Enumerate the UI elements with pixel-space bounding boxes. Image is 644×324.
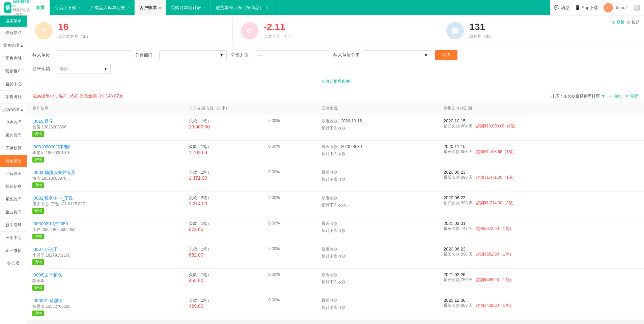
user-avatar[interactable]: d demo2 [604,3,628,12]
sidebar-item-finance-mgmt[interactable]: 资金管理 [0,155,27,168]
debt-count-2: 欠款（1笔） [189,170,258,175]
overdue-link-3[interactable]: 超期¥1,214.00（3笔） [476,201,516,205]
video-btn[interactable]: ⊙ 视频 [612,20,624,25]
customer-name-2[interactable]: [0003]畅捷服务尹海燕 [32,170,178,176]
search-button[interactable]: 查询 [435,50,457,60]
stat-icon-diamond: ◇ [241,22,258,39]
customer-tag-1: 现销 [32,157,44,163]
customer-name-0[interactable]: [0016]吕俊 [32,118,178,124]
overdue-days-5: 最长欠款 998 天 超期¥652.00（1笔） [444,252,639,257]
sidebar-item-retail-mgmt[interactable]: 零售管理 ▲ [0,39,27,52]
overdue-link-5[interactable]: 超期¥652.00（1笔） [476,252,513,257]
sort-btn[interactable]: 排序：按欠款金额倒序排序 ▼ [551,93,605,99]
debt-amount-3[interactable]: 1,214.00 [189,201,258,206]
customer-name-7[interactable]: [000001]黄思源 [32,298,178,304]
debt-amount-5[interactable]: 652.00 [189,252,258,258]
nav-tab-home[interactable]: 首页 [31,0,50,16]
sidebar-item-retail-mall[interactable]: 零售商城 [0,52,27,65]
debt-count-0: 欠款（1笔） [189,118,258,124]
overdue-link-1[interactable]: 超期¥1,703.68（1笔） [476,149,516,154]
sidebar-item-enterprise-collab[interactable]: 企业协同 [0,206,27,219]
debt-amount-4[interactable]: 672.00 [189,227,258,232]
message-btn[interactable]: 💬 消息 [554,5,569,11]
overdue-link-6[interactable]: 超期¥455.90（1笔） [476,277,513,282]
manager-input[interactable]: ··· [255,50,329,60]
close-tab-inventory-stats-icon[interactable]: × [266,6,268,10]
sidebar-item-batch-mgmt[interactable]: 批发管理 ▲ [0,104,27,116]
stat-card-debt-customers: ¥ 16 总欠款客户（家） [27,16,233,46]
sidebar-item-quick-nav[interactable]: 快捷导航 [0,27,27,39]
sidebar-item-member-center[interactable]: 会员中心 [0,78,27,91]
close-tab-purchase-order-icon[interactable]: × [203,6,205,10]
overdue-link-4[interactable]: 超期¥672.00（1笔） [476,226,513,231]
customer-phone-5: 小进干 18279152100 [32,253,178,258]
unit-category-select[interactable]: ▼ [364,50,431,60]
nav-tab-purchase-order[interactable]: 采购订单统计表× [166,0,211,16]
export-btn[interactable]: ⊙ 导出 [609,93,622,99]
customer-tag-6: 现销 [32,285,44,291]
cell-due-date-4: 2021.03.01 最长欠款 747 天 超期¥672.00（1笔） [438,217,644,243]
avatar-img: d [604,3,613,12]
sidebar-search[interactable]: 搜索菜单 [0,16,27,27]
customer-name-6[interactable]: [0006]去下粮仓 [32,272,178,278]
sidebar-item-retail-stats[interactable]: 零售统计 [0,91,27,104]
overdue-days-4: 最长欠款 747 天 超期¥672.00（1笔） [444,226,639,232]
close-tab-product-history-icon[interactable]: × [127,6,129,10]
cell-debt-4: 欠款（1笔） 672.00 [184,217,263,243]
balance-select[interactable]: 选择... ▼ [57,64,111,74]
sidebar-item-inventory-check[interactable]: 库存核算 [0,142,27,155]
cell-debt-percent-1: 0.00% [263,141,316,166]
nav-tab-product-history[interactable]: 产成品入库单历史× [85,0,134,16]
help-btn[interactable]: ⊙ 帮助 [627,20,640,25]
nav-tab-inventory-stats[interactable]: 进货单统计表（按商品）× [211,0,273,16]
debt-percent-1: 0.00% [268,144,311,149]
debt-amount-1[interactable]: 1,703.68 [189,150,258,155]
debt-percent-3: 0.00% [268,195,311,200]
debt-amount-0[interactable]: 10,000.00 [189,124,258,129]
from-unit-input[interactable]: ··· [57,50,131,60]
cell-due-date-6: 2021.02.26 最长欠款 750 天 超期¥455.90（1笔） [438,269,644,294]
maximize-btn[interactable]: ⬜ [633,4,640,11]
sidebar-item-new-guide[interactable]: 新手引导 [0,219,27,232]
cell-collection-1: 最近收款 2020-06-30 预计下次收款 [316,141,438,166]
sidebar-item-basic-info[interactable]: 基础信息 [0,180,27,193]
overdue-link-0[interactable]: 超期¥10,000.00（1笔） [476,124,519,128]
collapse-btn[interactable]: ∧ 收起更多条件 [32,77,639,86]
stat-icon-money: ¥ [35,22,53,39]
customer-name-4[interactable]: [000002]用户2050 [32,221,178,227]
app-download-btn[interactable]: 📱 App下载 [575,5,598,11]
customer-name-3[interactable]: [0002]服务中心_丁磊 [32,195,178,201]
customer-name-5[interactable]: [0007]小进干 [32,246,178,253]
nav-tab-product-offline[interactable]: 商品上下架× [50,0,85,16]
debt-amount-2[interactable]: 1,471.00 [189,175,258,181]
sidebar-item-app-center[interactable]: 应用中心 [0,232,27,244]
export-icon: ⊙ [609,94,613,98]
customer-phone-1: 李老师 18600391516 [32,150,178,156]
refresh-icon: ⟳ [626,94,629,98]
unit-category-label: 往来单位分类 [333,52,360,58]
overdue-link-7[interactable]: 超期¥429.00（1笔） [476,303,513,308]
sidebar-item-enterprise-wx[interactable]: 企业微信 [0,244,27,257]
sidebar-item-ecommerce[interactable]: 电商管理 [0,116,27,129]
debt-percent-2: 0.00% [268,170,311,174]
stat-info-debt-amount: -2.11 欠款合计（万） [264,22,292,39]
filter-row-1: 往来单位 ··· 分管部门 ▼ 分管人员 ··· 往来单位分类 ▼ [32,50,639,60]
nav-tab-customer-account[interactable]: 客户账本× [135,0,166,16]
debt-amount-6[interactable]: 455.90 [189,278,258,283]
close-tab-customer-account-icon[interactable]: × [159,6,161,10]
sidebar-item-sys-mgmt[interactable]: 系统管理 [0,193,27,206]
refresh-btn[interactable]: ⟳ 刷新 [626,93,639,99]
col-debt-info: 欠欠交易信息（占比） [184,102,316,115]
customer-name-1[interactable]: [0001020001]李老师 [32,144,178,150]
sidebar-item-purchase-mgmt[interactable]: 采购管理 [0,129,27,142]
sidebar: 搜索菜单 快捷导航 零售管理 ▲ 零售商城 营销推广 会员中心 零售统计 批发管… [0,16,27,324]
header-right: 💬 消息 📱 App下载 d demo2 ⬜ [554,3,640,12]
dept-select[interactable]: ▼ [159,50,227,60]
sidebar-item-member-vip[interactable]: 畅会员 [0,257,27,270]
arrow-icon: ▲ [20,43,24,48]
sidebar-item-marketing[interactable]: 营销推广 [0,65,27,78]
close-tab-product-offline-icon[interactable]: × [78,6,80,10]
sidebar-item-ops-mgmt[interactable]: 经营管理 [0,168,27,180]
overdue-link-2[interactable]: 超期¥1,471.00（1笔） [476,175,516,180]
debt-amount-7[interactable]: 429.00 [189,303,258,309]
